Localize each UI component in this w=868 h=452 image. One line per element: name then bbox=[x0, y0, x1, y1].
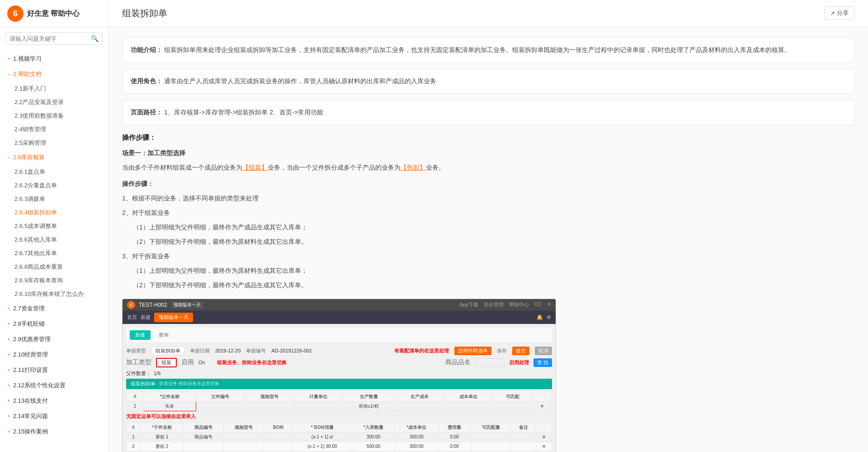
sidebar-item-2-15[interactable]: + 2.15操作案例 bbox=[0, 424, 108, 439]
step2-1: （1）上部明细为父件明细，最终作为产成品生成其它入库单； bbox=[133, 221, 854, 233]
ss-btn-bom[interactable]: 选用作料清单 bbox=[454, 347, 491, 355]
ss-child-row2-stock-qty: 500:00 bbox=[352, 442, 395, 451]
intro-label: 功能介绍： bbox=[131, 46, 162, 53]
ss-child-row2-seq: 2 bbox=[127, 442, 141, 451]
ss-child-row2-action: ✕ bbox=[536, 442, 552, 451]
nav-section: + 1.视频学习 − 2.帮助文档 2.1新手入门 2.2产品安装及登录 2.3… bbox=[0, 49, 108, 441]
ss-close[interactable]: ✕ bbox=[547, 301, 551, 308]
plus-icon-2-12: + bbox=[7, 382, 10, 389]
ss-row-parent-name: 关未 bbox=[143, 401, 196, 411]
ss-annotation3: 组装业务、拆卸业务在这里切换 bbox=[217, 359, 287, 366]
share-button[interactable]: ↗ 分享 bbox=[824, 6, 854, 20]
ss-annotation1: 有装配清单的在这里处理 bbox=[394, 347, 449, 354]
sidebar-item-2-2[interactable]: 2.2产品安装及登录 bbox=[0, 95, 108, 109]
sidebar-item-docs[interactable]: − 2.帮助文档 bbox=[0, 67, 108, 82]
ops-title: 操作步骤： bbox=[122, 133, 854, 142]
sidebar-item-2-9[interactable]: + 2.9优惠券管理 bbox=[0, 332, 108, 347]
ss-search-input[interactable] bbox=[475, 358, 505, 366]
sidebar-item-2-6[interactable]: − 2.6库存核算 bbox=[0, 150, 108, 165]
sidebar-item-2-6-2[interactable]: 2.6.2分量盘点单 bbox=[0, 179, 108, 192]
ss-child-row1-action: ✕ bbox=[536, 432, 552, 442]
ss-row-cost-unit bbox=[444, 401, 493, 411]
plus-icon-2-13: + bbox=[7, 398, 10, 404]
sidebar-item-2-11-label: 2.11打印设置 bbox=[13, 366, 48, 374]
ss-title: TEST-H002 bbox=[139, 302, 167, 308]
sidebar-item-2-10[interactable]: + 2.10经营管理 bbox=[0, 347, 108, 362]
ss-btn-search[interactable]: 查 找 bbox=[533, 358, 552, 367]
sidebar-item-2-5[interactable]: 2.5采购管理 bbox=[0, 136, 108, 150]
sidebar-item-2-6-7[interactable]: 2.6.7其他出库单 bbox=[0, 247, 108, 260]
ss-annotation2: 启用处理 bbox=[509, 359, 529, 366]
steps-block: 操作步骤： 1、根据不同的业务，选择不同单据的类型来处理 2、对于组装业务 （1… bbox=[122, 177, 854, 291]
sidebar: 6 好生意 帮助中心 🔍 + 1.视频学习 − 2.帮助文档 2.1新手入门 2… bbox=[0, 0, 108, 452]
logo-icon: 6 bbox=[7, 5, 24, 22]
minus-icon2: − bbox=[7, 154, 10, 161]
table-row: 2 赛前 2 (x-1 + 1) 30:00 500:00 300:00 0:0… bbox=[127, 442, 552, 451]
scenario1-desc: 当由多个子件材料组装成一个成品的业务为【组装】业务，当由一个父件拆分成多个子产品… bbox=[122, 161, 854, 174]
ss-btn-save[interactable]: 提交 bbox=[512, 347, 529, 355]
ss-tab-query[interactable]: 查询 bbox=[153, 330, 174, 340]
ss-orange-btn[interactable]: 预期版本一天 bbox=[154, 313, 193, 322]
sidebar-item-2-12[interactable]: + 2.12系统个性化设置 bbox=[0, 378, 108, 393]
sidebar-item-2-14[interactable]: + 2.14常见问题 bbox=[0, 409, 108, 424]
sidebar-item-2-6-4[interactable]: 2.6.4组装拆卸单 bbox=[0, 206, 108, 219]
sidebar-item-2-8[interactable]: + 2.8手机旺铺 bbox=[0, 316, 108, 332]
sidebar-item-2-13[interactable]: + 2.13在线支付 bbox=[0, 393, 108, 409]
ss-child-col-avail: 可匹配量 bbox=[471, 423, 511, 432]
sidebar-item-2-6-5[interactable]: 2.6.5成本调整单 bbox=[0, 219, 108, 233]
ss-child-row1-spec bbox=[224, 432, 264, 442]
sidebar-item-2-6-3[interactable]: 2.6.3调拨单 bbox=[0, 192, 108, 206]
sidebar-item-videos[interactable]: + 1.视频学习 bbox=[0, 51, 108, 67]
sidebar-item-2-1[interactable]: 2.1新手入门 bbox=[0, 82, 108, 95]
ops-steps-title: 操作步骤： bbox=[122, 177, 854, 190]
sidebar-item-2-3[interactable]: 2.3使用前数据准备 bbox=[0, 109, 108, 123]
ss-nav-new[interactable]: 新建 bbox=[141, 314, 151, 321]
plus-icon: + bbox=[7, 56, 10, 62]
scenario1-block: 场景一：加工类型选择 当由多个子件材料组装成一个成品的业务为【组装】业务，当由一… bbox=[122, 147, 854, 174]
sidebar-item-videos-label: 1.视频学习 bbox=[13, 55, 42, 63]
ss-icon-settings: ⚙ bbox=[547, 314, 551, 320]
sidebar-item-2-7[interactable]: + 2.7资金管理 bbox=[0, 301, 108, 316]
plus-icon-2-9: + bbox=[7, 336, 10, 343]
search-input[interactable] bbox=[9, 35, 91, 42]
sidebar-item-2-6-9[interactable]: 2.6.9库存账本查询 bbox=[0, 274, 108, 287]
step3: 3、对于拆装业务 bbox=[122, 250, 854, 262]
plus-icon-2-11: + bbox=[7, 367, 10, 373]
search-icon[interactable]: 🔍 bbox=[91, 35, 99, 42]
ss-admin-link: 后台管理 bbox=[484, 301, 504, 308]
sidebar-item-2-6-8[interactable]: 2.6.8商品成本重算 bbox=[0, 260, 108, 274]
ss-row-prod-cost bbox=[395, 401, 444, 411]
sidebar-item-2-6-1[interactable]: 2.6.1盘点单 bbox=[0, 165, 108, 179]
ss-btn-cancel[interactable]: 取消 bbox=[535, 347, 552, 355]
ss-child-col-bom: BOM bbox=[264, 423, 293, 432]
main-header: 组装拆卸单 ↗ 分享 bbox=[108, 0, 868, 27]
sidebar-item-2-11[interactable]: + 2.11打印设置 bbox=[0, 362, 108, 378]
ss-search-label: 商品品名 bbox=[445, 358, 471, 366]
ss-child-row1-need: 0:00 bbox=[438, 432, 471, 442]
ss-process-label: 加工类型 bbox=[126, 358, 151, 366]
step3-2: （2）下部明细为子件明细，最终作为产成品生成其它入库单。 bbox=[133, 279, 854, 291]
ss-col-prod-qty: 生产数量 bbox=[343, 392, 395, 401]
ss-child-col-action bbox=[536, 423, 552, 432]
sidebar-item-2-6-10[interactable]: 2.6.10库存账本错了怎么办 bbox=[0, 287, 108, 301]
ss-child-row2-bom bbox=[264, 442, 293, 451]
ss-row-parent-no bbox=[196, 401, 245, 411]
ss-row-prod-qty: 积块≥1/积 bbox=[343, 401, 395, 411]
assemble-link[interactable]: 【组装】 bbox=[242, 164, 268, 171]
ss-row-match bbox=[493, 401, 533, 411]
sidebar-item-2-4[interactable]: 2.4销售管理 bbox=[0, 123, 108, 136]
ss-process-value[interactable]: 组装 bbox=[156, 358, 177, 367]
search-box[interactable]: 🔍 bbox=[5, 32, 103, 45]
ss-tab-new[interactable]: 新建 bbox=[130, 330, 151, 340]
role-text: 通常由生产人员或库管人员完成拆装业务的操作，库管人员确认原材料的出库和产成品的入… bbox=[164, 77, 436, 85]
ss-child-row2-cost: 300:00 bbox=[395, 442, 438, 451]
ss-child-row1-bom-qty: (x-1 + 1) x/ bbox=[292, 432, 352, 442]
ss-col-parent-no: 父件编号 bbox=[196, 392, 245, 401]
sidebar-item-2-6-6[interactable]: 2.6.6其他入库单 bbox=[0, 233, 108, 247]
ss-child-row1-cost: 300:00 bbox=[395, 432, 438, 442]
ss-type-value[interactable]: 组装拆卸单 bbox=[151, 347, 184, 355]
sidebar-item-2-6-label: 2.6库存核算 bbox=[13, 153, 45, 162]
sidebar-item-2-8-label: 2.8手机旺铺 bbox=[13, 320, 45, 328]
role-block: 使用角色： 通常由生产人员或库管人员完成拆装业务的操作，库管人员确认原材料的出库… bbox=[122, 69, 854, 94]
disassemble-link[interactable]: 【拆卸】 bbox=[401, 164, 426, 171]
